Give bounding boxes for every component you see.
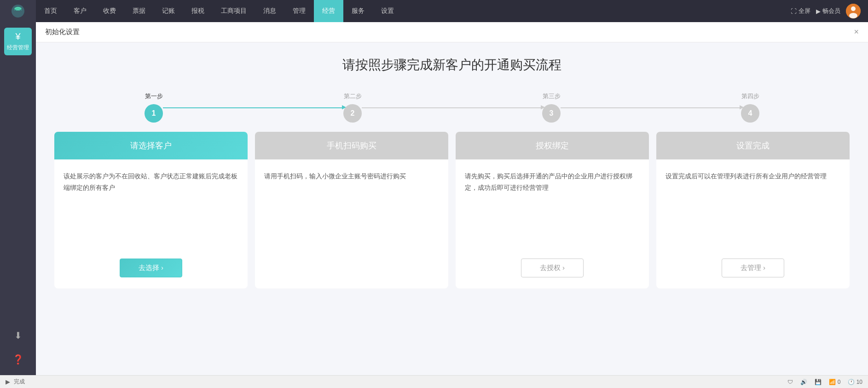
step-item-3: 第三步3 bbox=[452, 92, 651, 123]
step-card-4: 设置完成设置完成后可以在管理列表进行所有企业用户的经营管理去管理 › bbox=[656, 132, 850, 288]
nav-item-home[interactable]: 首页 bbox=[36, 0, 65, 22]
sidebar-item-operations[interactable]: ¥ 经营管理 bbox=[4, 28, 32, 55]
step-item-2: 第二步2 bbox=[253, 92, 452, 123]
flow-title: 请按照步骤完成新客户的开通购买流程 bbox=[54, 56, 850, 74]
card-header-3: 授权绑定 bbox=[456, 132, 649, 159]
svg-point-0 bbox=[12, 5, 24, 18]
volume-icon: 🔊 bbox=[800, 379, 807, 385]
card-body-4: 设置完成后可以在管理列表进行所有企业用户的经营管理 bbox=[656, 159, 850, 251]
page-header: 初始化设置 × bbox=[36, 22, 868, 42]
step-circle-3: 3 bbox=[542, 104, 561, 123]
shield-icon: 🛡 bbox=[787, 379, 793, 385]
step-circle-4: 4 bbox=[741, 104, 759, 123]
nav-item-settings[interactable]: 设置 bbox=[373, 0, 402, 22]
vip-btn[interactable]: ▶ 畅会员 bbox=[816, 7, 840, 15]
card-footer-2 bbox=[255, 270, 448, 288]
nav-item-message[interactable]: 消息 bbox=[255, 0, 284, 22]
main-content: 请按照步骤完成新客户的开通购买流程 第一步1第二步2第三步3第四步4 请选择客户… bbox=[36, 42, 868, 375]
card-body-1: 该处展示的客户为不在回收站、客户状态正常建账后完成老板端绑定的所有客户 bbox=[54, 159, 248, 251]
nav-item-service[interactable]: 服务 bbox=[343, 0, 373, 22]
step-card-1: 请选择客户该处展示的客户为不在回收站、客户状态正常建账后完成老板端绑定的所有客户… bbox=[54, 132, 248, 288]
nav-item-operations[interactable]: 经营 bbox=[314, 0, 343, 22]
step-circle-1: 1 bbox=[145, 104, 163, 123]
status-bar: ▶ 完成 🛡 🔊 💾 📶 0 🕐 10 bbox=[0, 375, 868, 388]
step-label-4: 第四步 bbox=[741, 92, 759, 100]
nav-item-bookkeeping[interactable]: 记账 bbox=[154, 0, 183, 22]
card-footer-1: 去选择 › bbox=[54, 251, 248, 288]
nav-item-tax[interactable]: 报税 bbox=[183, 0, 213, 22]
status-label: 完成 bbox=[14, 378, 25, 386]
nav-menu: 首页客户收费票据记账报税工商项目消息管理经营服务设置 bbox=[36, 0, 791, 22]
svg-point-3 bbox=[849, 13, 857, 18]
play-icon: ▶ bbox=[6, 378, 10, 385]
sidebar-item-label: 经营管理 bbox=[7, 44, 29, 52]
step-label-2: 第二步 bbox=[344, 92, 362, 100]
svg-point-2 bbox=[851, 6, 856, 11]
card-footer-3: 去授权 › bbox=[456, 251, 649, 288]
status-left: ▶ 完成 bbox=[6, 378, 25, 386]
card-btn-4[interactable]: 去管理 › bbox=[722, 259, 784, 277]
nav-item-billing[interactable]: 收费 bbox=[95, 0, 124, 22]
step-item-1: 第一步1 bbox=[54, 92, 253, 123]
nav-item-customer[interactable]: 客户 bbox=[65, 0, 95, 22]
network-status: 📶 0 bbox=[829, 379, 840, 385]
page-title: 初始化设置 bbox=[45, 28, 80, 36]
step-card-3: 授权绑定请先购买，购买后选择开通的产品中的企业用户进行授权绑定，成功后即可进行经… bbox=[456, 132, 649, 288]
topbar-right: ⛶ 全屏 ▶ 畅会员 bbox=[791, 4, 868, 18]
card-header-1: 请选择客户 bbox=[54, 132, 248, 159]
step-circle-2: 2 bbox=[343, 104, 362, 123]
step-label-3: 第三步 bbox=[543, 92, 561, 100]
card-footer-4: 去管理 › bbox=[656, 251, 850, 288]
operations-icon: ¥ bbox=[15, 31, 20, 42]
app-logo bbox=[0, 0, 36, 22]
steps-row: 第一步1第二步2第三步3第四步4 bbox=[54, 92, 850, 123]
clock-status: 🕐 10 bbox=[848, 379, 862, 385]
topbar: 首页客户收费票据记账报税工商项目消息管理经营服务设置 ⛶ 全屏 ▶ 畅会员 bbox=[0, 0, 868, 22]
step-card-2: 手机扫码购买请用手机扫码，输入小微企业主账号密码进行购买 bbox=[255, 132, 448, 288]
nav-item-invoice[interactable]: 票据 bbox=[124, 0, 154, 22]
cards-row: 请选择客户该处展示的客户为不在回收站、客户状态正常建账后完成老板端绑定的所有客户… bbox=[54, 132, 850, 288]
card-body-2: 请用手机扫码，输入小微企业主账号密码进行购买 bbox=[255, 159, 448, 270]
support-icon[interactable]: ❓ bbox=[8, 349, 28, 370]
download-icon[interactable]: ⬇ bbox=[8, 325, 28, 346]
sidebar-bottom: ⬇ ❓ bbox=[8, 325, 28, 375]
card-btn-3[interactable]: 去授权 › bbox=[521, 259, 584, 277]
card-header-2: 手机扫码购买 bbox=[255, 132, 448, 159]
nav-item-business[interactable]: 工商项目 bbox=[213, 0, 255, 22]
fullscreen-btn[interactable]: ⛶ 全屏 bbox=[791, 7, 810, 15]
card-header-4: 设置完成 bbox=[656, 132, 850, 159]
avatar[interactable] bbox=[846, 4, 861, 18]
card-btn-1[interactable]: 去选择 › bbox=[120, 259, 182, 277]
status-right: 🛡 🔊 💾 📶 0 🕐 10 bbox=[787, 379, 862, 385]
nav-item-management[interactable]: 管理 bbox=[284, 0, 314, 22]
step-label-1: 第一步 bbox=[145, 92, 163, 100]
sidebar: ¥ 经营管理 ⬇ ❓ bbox=[0, 22, 36, 375]
content-area: 初始化设置 × 请按照步骤完成新客户的开通购买流程 第一步1第二步2第三步3第四… bbox=[36, 22, 868, 375]
save-icon: 💾 bbox=[815, 379, 822, 385]
card-body-3: 请先购买，购买后选择开通的产品中的企业用户进行授权绑定，成功后即可进行经营管理 bbox=[456, 159, 649, 251]
close-button[interactable]: × bbox=[854, 27, 859, 37]
step-item-4: 第四步4 bbox=[651, 92, 850, 123]
